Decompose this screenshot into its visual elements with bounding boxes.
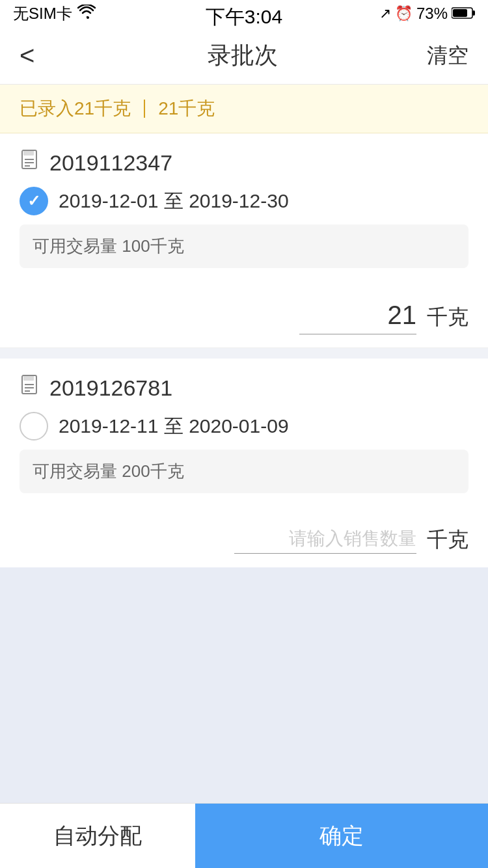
info-banner: 已录入21千克 21千克 [0, 85, 488, 133]
batch-item-1: 2019112347 2019-12-01 至 2019-12-30 可用交易量… [0, 133, 488, 348]
batch-1-quantity-row: 千克 [0, 294, 488, 348]
status-bar-left: 无SIM卡 [13, 3, 96, 24]
recorded-amount: 已录入21千克 [20, 96, 131, 121]
batch-2-id: 2019126781 [49, 375, 172, 401]
batch-1-quantity-input[interactable] [364, 301, 416, 330]
batch-2-header: 2019126781 [20, 374, 468, 401]
batch-1-unit: 千克 [427, 303, 468, 332]
batch-2-quantity-row: 千克 [0, 519, 488, 567]
wifi-icon [77, 5, 96, 23]
batch-1-available: 可用交易量 100千克 [20, 224, 468, 268]
svg-rect-1 [472, 10, 475, 16]
batch-item-1-detail: 2019112347 2019-12-01 至 2019-12-30 可用交易量… [0, 133, 488, 294]
sim-text: 无SIM卡 [13, 3, 72, 24]
alarm-icon: ⏰ [395, 5, 413, 22]
batch-1-input-wrap [299, 301, 416, 334]
batch-item-2-detail: 2019126781 2019-12-11 至 2020-01-09 可用交易量… [0, 359, 488, 519]
total-amount: 21千克 [158, 96, 215, 121]
batch-2-date-row: 2019-12-11 至 2020-01-09 [20, 412, 468, 441]
batch-1-id: 2019112347 [49, 150, 172, 176]
batch-1-underline [299, 334, 416, 334]
batch-id-icon-2 [20, 374, 42, 401]
status-bar: 无SIM卡 下午3:04 ↗ ⏰ 73% [0, 0, 488, 27]
status-bar-time: 下午3:04 [206, 4, 282, 31]
battery-icon [452, 5, 475, 23]
batch-2-underline [234, 553, 416, 554]
batch-1-header: 2019112347 [20, 149, 468, 176]
confirm-button[interactable]: 确定 [195, 804, 488, 868]
batch-1-date-row: 2019-12-01 至 2019-12-30 [20, 187, 468, 215]
batch-2-unit: 千克 [427, 526, 468, 554]
location-icon: ↗ [379, 5, 391, 22]
nav-bar: < 录批次 清空 [0, 27, 488, 85]
clear-button[interactable]: 清空 [427, 42, 468, 70]
banner-divider [144, 100, 145, 118]
svg-rect-2 [453, 9, 467, 17]
battery-text: 73% [416, 5, 448, 23]
batch-2-input-wrap [234, 527, 416, 554]
batch-item-2: 2019126781 2019-12-11 至 2020-01-09 可用交易量… [0, 359, 488, 567]
bottom-bar: 自动分配 确定 [0, 803, 488, 868]
svg-rect-4 [23, 150, 34, 156]
batch-id-icon-1 [20, 149, 42, 176]
batch-2-radio[interactable] [20, 412, 48, 441]
batch-1-date: 2019-12-01 至 2019-12-30 [59, 188, 289, 215]
batch-1-radio[interactable] [20, 187, 48, 215]
status-bar-right: ↗ ⏰ 73% [379, 5, 475, 23]
item-separator [0, 348, 488, 359]
svg-rect-9 [23, 375, 34, 381]
batch-2-date: 2019-12-11 至 2020-01-09 [59, 413, 289, 440]
back-button[interactable]: < [20, 41, 59, 70]
auto-assign-button[interactable]: 自动分配 [0, 804, 195, 868]
batch-2-available: 可用交易量 200千克 [20, 450, 468, 493]
batch-2-quantity-input[interactable] [234, 527, 416, 549]
page-title: 录批次 [208, 40, 278, 72]
